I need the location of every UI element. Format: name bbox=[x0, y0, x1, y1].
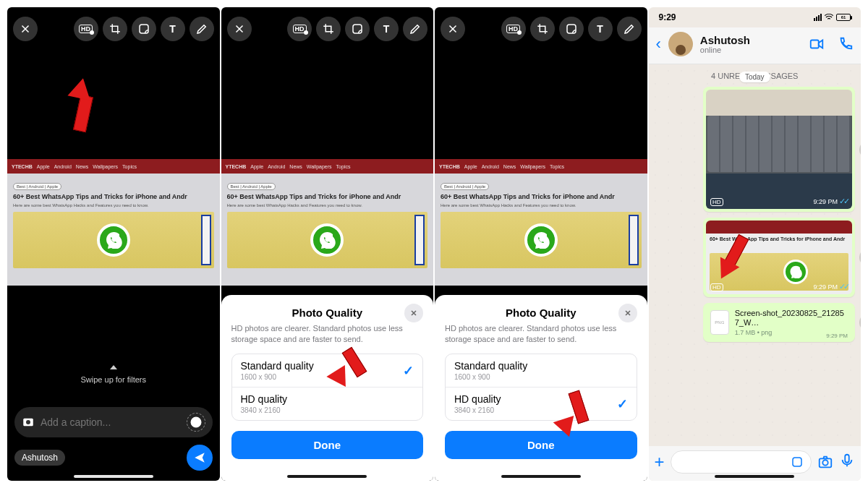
document-icon: PNG bbox=[710, 310, 729, 335]
hd-badge: HD bbox=[710, 283, 723, 291]
crop-icon[interactable] bbox=[103, 17, 127, 41]
panel-quality-select: HD T YTECHBAppleAndroidNewsWallpapersTop… bbox=[221, 7, 434, 481]
image-screenshot: 60+ Best WhatsApp Tips and Tricks for iP… bbox=[706, 221, 852, 294]
close-icon[interactable] bbox=[441, 17, 465, 41]
wifi-icon bbox=[824, 14, 834, 21]
home-indicator bbox=[74, 475, 153, 478]
text-icon[interactable]: T bbox=[588, 17, 613, 41]
image-keyboard: HD 9:29 PM✓✓ bbox=[706, 90, 852, 209]
photo-preview: YTECHB AppleAndroidNewsWallpapersTopics … bbox=[7, 51, 220, 367]
hd-badge: HD bbox=[710, 198, 723, 206]
text-icon[interactable]: T bbox=[161, 17, 185, 41]
option-standard[interactable]: Standard quality1600 x 900 ✓ bbox=[232, 354, 423, 387]
text-icon[interactable]: T bbox=[374, 17, 399, 41]
contact-name: Ashutosh bbox=[700, 35, 750, 46]
svg-rect-7 bbox=[793, 458, 801, 466]
done-button[interactable]: Done bbox=[231, 431, 424, 459]
forward-icon[interactable] bbox=[859, 248, 861, 267]
contact-status: online bbox=[700, 46, 750, 54]
forward-icon[interactable] bbox=[859, 313, 861, 332]
avatar[interactable] bbox=[668, 32, 693, 56]
caption-row bbox=[14, 407, 213, 437]
message-input[interactable] bbox=[671, 450, 812, 474]
draw-icon[interactable] bbox=[617, 17, 642, 41]
hd-icon[interactable]: HD bbox=[287, 17, 312, 41]
home-indicator bbox=[501, 475, 581, 478]
close-icon[interactable] bbox=[13, 17, 38, 41]
document-name: Screen-shot_20230825_212857_W… bbox=[735, 309, 848, 328]
send-button[interactable] bbox=[187, 445, 213, 471]
attach-icon[interactable]: + bbox=[655, 452, 665, 472]
message-time: 9:29 PM bbox=[813, 198, 838, 205]
option-hd[interactable]: HD quality3840 x 2160 bbox=[232, 387, 423, 420]
svg-point-9 bbox=[822, 460, 827, 465]
svg-rect-6 bbox=[811, 40, 819, 48]
svg-point-2 bbox=[26, 420, 30, 424]
timer-icon[interactable] bbox=[187, 413, 205, 432]
sticker-icon[interactable] bbox=[132, 17, 156, 41]
chat-body[interactable]: 4 UNREAD MESSAGES Today HD 9:29 PM✓✓ 60+… bbox=[649, 64, 861, 446]
crop-icon[interactable] bbox=[530, 17, 555, 41]
sticker-icon[interactable] bbox=[559, 17, 584, 41]
svg-rect-10 bbox=[845, 455, 849, 463]
swipe-hint[interactable]: Swipe up for filters bbox=[14, 375, 213, 384]
chat-header: ‹ Ashutosh online bbox=[649, 27, 861, 64]
option-hd[interactable]: HD quality3840 x 2160 ✓ bbox=[446, 387, 637, 420]
sheet-title: Photo Quality bbox=[292, 307, 363, 319]
hd-icon[interactable]: HD bbox=[74, 17, 98, 41]
photo-quality-sheet: Photo Quality HD photos are clearer. Sta… bbox=[435, 295, 647, 481]
checkmark-icon: ✓ bbox=[403, 363, 414, 379]
mic-icon[interactable] bbox=[839, 453, 855, 471]
sheet-close-icon[interactable] bbox=[618, 304, 637, 322]
caption-input[interactable] bbox=[41, 416, 181, 428]
read-ticks-icon: ✓✓ bbox=[839, 197, 848, 206]
sticker-input-icon[interactable] bbox=[791, 455, 804, 468]
svg-rect-4 bbox=[353, 25, 362, 33]
home-indicator bbox=[715, 475, 794, 478]
voice-call-icon[interactable] bbox=[838, 36, 854, 52]
done-button[interactable]: Done bbox=[445, 431, 637, 459]
forward-icon[interactable] bbox=[859, 140, 861, 159]
photo-add-icon[interactable] bbox=[22, 416, 35, 429]
sheet-description: HD photos are clearer. Standard photos u… bbox=[445, 323, 637, 345]
photo-quality-sheet: Photo Quality HD photos are clearer. Sta… bbox=[221, 295, 434, 481]
article-headline: 60+ Best WhatsApp Tips and Tricks for iP… bbox=[13, 193, 214, 201]
recipient-chip[interactable]: Ashutosh bbox=[14, 450, 65, 466]
contact-info[interactable]: Ashutosh online bbox=[700, 35, 750, 54]
panel-quality-done: HD T YTECHBAppleAndroidNewsWallpapersTop… bbox=[435, 7, 647, 481]
home-indicator bbox=[287, 475, 367, 478]
article-tag: Best | Android | Apple bbox=[13, 183, 61, 190]
svg-rect-0 bbox=[140, 25, 148, 33]
camera-icon[interactable] bbox=[817, 454, 833, 470]
crop-icon[interactable] bbox=[316, 17, 341, 41]
battery-icon: 61 bbox=[836, 14, 851, 21]
sheet-title: Photo Quality bbox=[506, 307, 576, 319]
checkmark-icon: ✓ bbox=[617, 396, 628, 412]
editor-toolbar: HD T bbox=[7, 7, 220, 51]
editor-footer: Swipe up for filters Ashutosh bbox=[7, 367, 220, 481]
signal-icon bbox=[814, 14, 822, 21]
message-image-1[interactable]: HD 9:29 PM✓✓ bbox=[703, 87, 855, 212]
option-standard[interactable]: Standard quality1600 x 900 bbox=[446, 354, 637, 387]
sticker-icon[interactable] bbox=[345, 17, 370, 41]
unread-banner: 4 UNREAD MESSAGES Today bbox=[655, 72, 856, 82]
video-call-icon[interactable] bbox=[809, 36, 825, 52]
sheet-close-icon[interactable] bbox=[404, 304, 423, 322]
status-time: 9:29 bbox=[659, 12, 676, 22]
message-time: 9:29 PM bbox=[826, 333, 848, 339]
hd-icon[interactable]: HD bbox=[501, 17, 526, 41]
message-time: 9:29 PM bbox=[813, 283, 838, 291]
draw-icon[interactable] bbox=[190, 17, 214, 41]
whatsapp-logo-icon bbox=[97, 223, 130, 257]
article-sub: Here are some best WhatsApp Hacks and Fe… bbox=[13, 203, 214, 207]
back-icon[interactable]: ‹ bbox=[656, 35, 661, 53]
svg-rect-5 bbox=[567, 25, 576, 33]
message-document[interactable]: PNG Screen-shot_20230825_212857_W… 1.7 M… bbox=[703, 303, 855, 342]
close-icon[interactable] bbox=[227, 17, 252, 41]
draw-icon[interactable] bbox=[403, 17, 427, 41]
message-image-2[interactable]: 60+ Best WhatsApp Tips and Tricks for iP… bbox=[703, 218, 855, 297]
panel-chat-result: 9:29 61 ‹ Ashutosh online 4 UNREAD MESSA… bbox=[649, 7, 861, 481]
panel-editor-hd-hint: HD T YTECHB.co YTECHB AppleAndroidNewsWa… bbox=[7, 7, 220, 481]
status-bar: 9:29 61 bbox=[649, 7, 861, 27]
read-ticks-icon: ✓✓ bbox=[839, 282, 848, 291]
